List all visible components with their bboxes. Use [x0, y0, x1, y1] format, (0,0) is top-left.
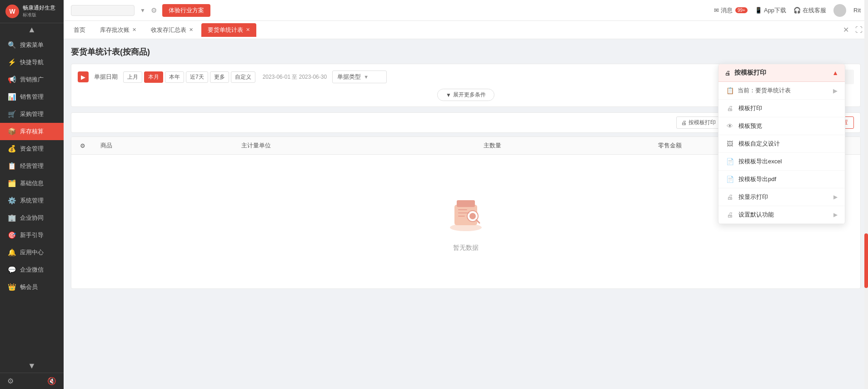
- print-header-icon: 🖨: [725, 70, 731, 76]
- topbar-gear-icon[interactable]: ⚙: [151, 6, 157, 15]
- print-dropdown: 🖨 按模板打印 ▲ 📋 当前：要货单统计表 ▶ 🖨模板打印👁模板预览🖼模板自定义…: [718, 64, 845, 224]
- dropdown-item-icon-template-custom: 🖼: [726, 140, 734, 147]
- sidebar-item-marketing[interactable]: 📢营销推广: [0, 71, 64, 88]
- date-btn-5[interactable]: 自定义: [231, 71, 255, 83]
- audio-bottom-icon[interactable]: 🔇: [47, 377, 56, 385]
- tab-order-summary[interactable]: 要货单统计表✕: [201, 23, 256, 37]
- svg-rect-7: [458, 212, 469, 213]
- sidebar-item-inventory[interactable]: 📦库存核算: [0, 123, 64, 140]
- date-range: 2023-06-01 至 2023-06-30: [263, 73, 327, 81]
- dropdown-item-label-template-custom: 模板自定义设计: [738, 140, 780, 148]
- dropdown-item-icon-template-pdf: 📄: [726, 176, 734, 183]
- sidebar-item-basic[interactable]: 🗂️基础信息: [0, 175, 64, 192]
- date-btn-2[interactable]: 本年: [165, 71, 184, 83]
- dropdown-items: 🖨模板打印👁模板预览🖼模板自定义设计📄按模板导出excel📄按模板导出pdf: [718, 100, 845, 188]
- dropdown-item-template-preview[interactable]: 👁模板预览: [718, 117, 845, 135]
- tab-label-home: 首页: [74, 26, 85, 34]
- sidebar-icon-basic: 🗂️: [7, 179, 16, 187]
- dropdown-item-label-template-excel: 按模板导出excel: [738, 157, 782, 166]
- app-download-item[interactable]: 📱 App下载: [755, 6, 786, 15]
- sidebar-icon-marketing: 📢: [7, 76, 16, 84]
- expand-more-icon: ▼: [446, 92, 451, 98]
- date-btn-3[interactable]: 近7天: [186, 71, 208, 83]
- sidebar-label-system: 系统管理: [20, 197, 44, 205]
- message-icon: ✉: [714, 7, 719, 14]
- tab-receipt-summary[interactable]: 收发存汇总表✕: [145, 23, 200, 37]
- right-scrollbar[interactable]: [864, 0, 868, 389]
- close-tab-btn[interactable]: ✕: [841, 24, 851, 36]
- dropdown-item-template-excel[interactable]: 📄按模板导出excel: [718, 153, 845, 171]
- tab-close-order-summary[interactable]: ✕: [246, 27, 250, 33]
- dropdown-section-display-print[interactable]: 🖨按显示打印▶: [718, 188, 845, 206]
- sidebar-icon-purchase: 🛒: [7, 110, 16, 118]
- dropdown-item-template-pdf[interactable]: 📄按模板导出pdf: [718, 171, 845, 188]
- messages-item[interactable]: ✉ 消息 99+: [714, 6, 748, 15]
- settings-bottom-icon[interactable]: ⚙: [7, 377, 14, 385]
- sidebar-label-operations: 经营管理: [20, 162, 44, 170]
- sidebar-label-wechat: 企业微信: [20, 266, 44, 274]
- online-service-item[interactable]: 🎧 在线客服: [793, 6, 826, 15]
- sidebar-icon-finance: 💰: [7, 145, 16, 153]
- sidebar-label-member: 畅会员: [20, 283, 38, 291]
- trial-btn[interactable]: 体验行业方案: [162, 4, 210, 17]
- dropdown-close-arrow[interactable]: ▲: [832, 69, 838, 76]
- tab-label-batch-account: 库存批次账: [100, 26, 130, 34]
- fullscreen-btn[interactable]: ⛶: [853, 24, 864, 36]
- headset-icon: 🎧: [793, 7, 801, 14]
- tab-close-receipt-summary[interactable]: ✕: [189, 27, 193, 33]
- expand-more-btn[interactable]: ▼ 展开更多条件: [437, 89, 494, 101]
- sidebar-logo: W 畅康通好生意 标准版: [0, 0, 64, 23]
- sidebar-icon-sales: 📊: [7, 93, 16, 101]
- current-icon: 📋: [726, 87, 734, 94]
- sidebar-label-newbie: 新手引导: [20, 231, 44, 239]
- sidebar-item-enterprise[interactable]: 🏢企业协同: [0, 209, 64, 227]
- col-header-0[interactable]: ⚙: [71, 137, 94, 155]
- online-service-label: 在线客服: [803, 6, 826, 15]
- sidebar-label-inventory: 库存核算: [20, 127, 44, 136]
- order-type-select[interactable]: 单据类型 ▼: [332, 71, 387, 83]
- sidebar-item-finance[interactable]: 💰资金管理: [0, 140, 64, 157]
- dropdown-item-label-template-preview: 模板预览: [738, 122, 762, 130]
- date-buttons: 上月本月本年近7天更多自定义: [123, 71, 255, 83]
- tab-label-receipt-summary: 收发存汇总表: [151, 26, 186, 34]
- sidebar-item-system[interactable]: ⚙️系统管理: [0, 192, 64, 209]
- current-arrow-icon: ▶: [833, 87, 838, 94]
- tab-home[interactable]: 首页: [67, 23, 92, 37]
- sidebar-item-quick-nav[interactable]: ⚡快捷导航: [0, 54, 64, 71]
- scroll-down-btn[interactable]: ▼: [0, 359, 64, 373]
- topbar: ▼ ⚙ 体验行业方案 ✉ 消息 99+ 📱 App下载 🎧 在线客服 Rit: [64, 0, 868, 21]
- dropdown-item-icon-template-print: 🖨: [726, 105, 734, 112]
- date-filter-label: 单据日期: [94, 73, 118, 81]
- dropdown-section: 🖨按显示打印▶🖨设置默认功能▶: [718, 188, 845, 224]
- app-download-label: App下载: [764, 6, 786, 15]
- sidebar-label-enterprise: 企业协同: [20, 214, 44, 222]
- sidebar-item-operations[interactable]: 📋经营管理: [0, 157, 64, 175]
- sidebar-item-wechat[interactable]: 💬企业微信: [0, 261, 64, 278]
- filter-expand-btn[interactable]: ▶: [78, 71, 89, 82]
- date-btn-4[interactable]: 更多: [210, 71, 229, 83]
- dropdown-item-template-print[interactable]: 🖨模板打印: [718, 100, 845, 117]
- sidebar: W 畅康通好生意 标准版 ▲ 🔍搜索菜单⚡快捷导航📢营销推广📊销售管理🛒采购管理…: [0, 0, 64, 389]
- date-btn-1[interactable]: 本月: [144, 71, 163, 83]
- sidebar-icon-system: ⚙️: [7, 197, 16, 205]
- dropdown-section-icon-display-print: 🖨: [726, 193, 734, 201]
- tab-close-batch-account[interactable]: ✕: [132, 27, 136, 33]
- date-btn-0[interactable]: 上月: [123, 71, 142, 83]
- sidebar-item-sales[interactable]: 📊销售管理: [0, 88, 64, 106]
- tab-batch-account[interactable]: 库存批次账✕: [94, 23, 143, 37]
- sidebar-icon-wechat: 💬: [7, 266, 16, 274]
- dropdown-section-arrow-set-default: ▶: [833, 212, 838, 218]
- search-input[interactable]: [71, 5, 135, 16]
- search-chevron-icon[interactable]: ▼: [140, 7, 145, 14]
- avatar[interactable]: [833, 4, 846, 17]
- dropdown-section-set-default[interactable]: 🖨设置默认功能▶: [718, 206, 845, 224]
- svg-rect-8: [458, 216, 465, 217]
- sidebar-item-search[interactable]: 🔍搜索菜单: [0, 36, 64, 54]
- sidebar-item-app-center[interactable]: 🔔应用中心: [0, 244, 64, 261]
- dropdown-item-template-custom[interactable]: 🖼模板自定义设计: [718, 135, 845, 153]
- scroll-up-btn[interactable]: ▲: [0, 23, 64, 36]
- sidebar-item-purchase[interactable]: 🛒采购管理: [0, 106, 64, 123]
- logo-icon: W: [5, 5, 19, 18]
- sidebar-item-newbie[interactable]: 🎯新手引导: [0, 227, 64, 244]
- sidebar-item-member[interactable]: 👑畅会员: [0, 278, 64, 296]
